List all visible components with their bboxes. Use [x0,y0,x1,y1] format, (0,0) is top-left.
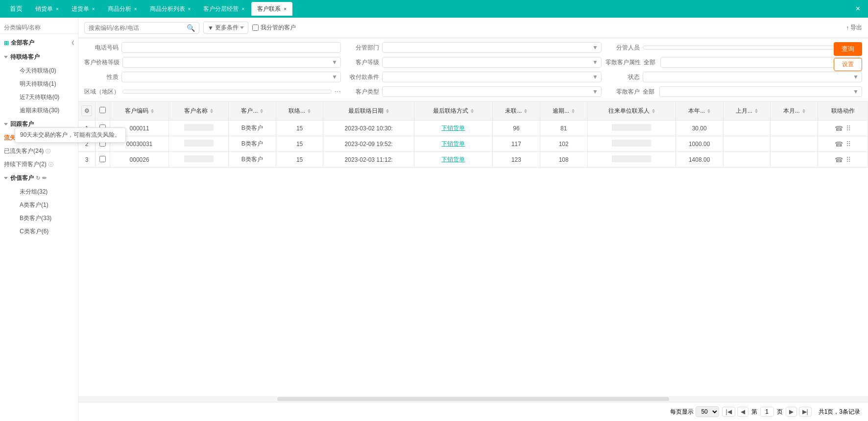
cell-action-2: ☎ ⠿ [818,152,868,168]
tab-close-purchase[interactable]: × [92,6,95,12]
th-checkbox[interactable] [96,101,110,121]
sidebar-collapse-btn[interactable]: 《 [69,40,74,47]
sidebar-section-value[interactable]: 价值客户 ↻ ✏ [0,171,78,185]
sidebar-item-7days[interactable]: 近7天待联络(0) [10,91,78,104]
cell-last-method-1[interactable]: 下销货单 [414,136,492,152]
search-input[interactable] [89,25,187,31]
contact-icon-2[interactable]: ☎ [835,156,843,164]
tab-close-customer-tier[interactable]: × [241,6,244,12]
contact-icon-1[interactable]: ☎ [835,140,843,148]
sidebar-item-class-a[interactable]: A类客户(1) [10,198,78,212]
refresh-icon[interactable]: ↻ [36,175,40,181]
dept-select-arrow: ▼ [592,44,598,51]
price-grade-select[interactable]: ▼ [122,57,341,68]
row-checkbox-2[interactable] [99,156,106,162]
cell-checkbox-2[interactable] [96,152,110,168]
sidebar-item-class-b[interactable]: B类客户(33) [10,212,78,225]
th-last-month[interactable]: 上月... [723,101,771,121]
phone-input[interactable] [121,42,341,53]
th-action: 联络动作 [818,101,868,121]
tab-close-customer-contact[interactable]: × [284,6,287,12]
last-method-link-1[interactable]: 下销货单 [441,140,465,147]
last-method-link-0[interactable]: 下销货单 [441,124,465,131]
type-sort [260,109,263,113]
customer-type-select[interactable]: ▼ [382,86,602,97]
sidebar-item-tomorrow[interactable]: 明天待联络(1) [10,77,78,91]
payment-select[interactable]: ▼ [382,72,602,82]
more-action-icon-2[interactable]: ⠿ [846,156,851,164]
first-page-btn[interactable]: |◀ [722,407,735,417]
more-conditions-btn[interactable]: ▼ 更多条件 [203,22,248,34]
tab-customer-tier[interactable]: 客户分层经营 × [197,2,250,16]
last-method-link-2[interactable]: 下销货单 [441,156,465,163]
retail-customer-select[interactable]: ▼ [659,86,862,97]
status-select[interactable]: ▼ [643,72,862,82]
th-this-year[interactable]: 本年... [675,101,723,121]
tab-close-sales[interactable]: × [56,6,59,12]
th-un-contact[interactable]: 未联... [493,101,540,121]
cell-overdue-2: 108 [540,152,587,168]
my-customer-checkbox[interactable] [252,25,259,31]
region-select[interactable] [122,90,332,94]
sidebar-item-churned[interactable]: 已流失客户(24) ⓘ [0,145,78,158]
th-contact[interactable]: 联络... [276,101,323,121]
th-last-contact-date[interactable]: 最后联络日期 [323,101,414,121]
sidebar-item-class-c[interactable]: C类客户(6) [10,225,78,238]
sidebar-item-ungrouped[interactable]: 未分组(32) [10,185,78,198]
tab-customer-contact[interactable]: 客户联系 × [251,2,292,16]
sidebar-search-input[interactable] [4,24,77,31]
tab-close-goods-analysis-list[interactable]: × [188,6,191,12]
more-action-icon-1[interactable]: ⠿ [846,140,851,148]
tab-goods-analysis[interactable]: 商品分析 × [102,2,143,16]
this-month-sort [802,109,805,113]
customer-grade-select[interactable]: ▼ [382,57,602,68]
query-button[interactable]: 查询 [834,42,862,56]
tab-home[interactable]: 首页 [4,2,28,16]
cell-action-1: ☎ ⠿ [818,136,868,152]
sidebar-item-overdue[interactable]: 逾期未联络(30) [10,104,78,117]
tab-close-goods-analysis[interactable]: × [134,6,137,12]
region-more-btn[interactable]: ··· [335,87,341,96]
tab-sales[interactable]: 销货单 × [29,2,65,16]
more-action-icon-0[interactable]: ⠿ [846,124,851,132]
chevron-down-icon [240,26,244,29]
sidebar-section-pending[interactable]: 待联络客户 [0,50,78,64]
export-icon: ↑ [846,25,849,31]
last-page-btn[interactable]: ▶| [799,407,812,417]
sidebar-item-declining[interactable]: 持续下滑客户(2) ⓘ [0,158,78,171]
per-page-select[interactable]: 50 [696,406,719,417]
retail-attr-select[interactable]: ▼ [660,57,862,68]
th-company-contact[interactable]: 往来单位联系人 [587,101,675,121]
sidebar-all-customers[interactable]: ⊞ 全部客户 《 [0,36,78,50]
th-name[interactable]: 客户名称 [169,101,229,121]
th-overdue[interactable]: 逾期... [540,101,587,121]
cell-last-method-2[interactable]: 下销货单 [414,152,492,168]
my-customer-checkbox-area[interactable]: 我分管的客户 [252,24,296,32]
page-number-input[interactable] [760,407,774,417]
tab-goods-analysis-list[interactable]: 商品分析列表 × [144,2,197,16]
nature-select[interactable]: ▼ [121,72,341,82]
manager-select[interactable] [643,46,853,50]
export-btn[interactable]: ↑ 导出 [846,24,862,32]
th-settings[interactable]: ⚙ [78,101,96,121]
action-icons-2: ☎ ⠿ [821,156,865,164]
next-page-btn[interactable]: ▶ [786,407,797,417]
sidebar-item-today[interactable]: 今天待联络(0) [10,64,78,77]
th-code[interactable]: 客户编码 [110,101,169,121]
prev-page-btn[interactable]: ◀ [737,407,748,417]
close-app-button[interactable]: × [852,2,864,15]
search-execute-icon[interactable]: 🔍 [187,24,195,32]
tab-purchase[interactable]: 进货单 × [66,2,101,16]
th-last-contact-method[interactable]: 最后联络方式 [414,101,492,121]
th-type[interactable]: 客户... [228,101,276,121]
settings-icon[interactable]: ⚙ [81,105,92,116]
contact-icon-0[interactable]: ☎ [835,124,843,132]
edit-icon[interactable]: ✏ [42,175,47,181]
th-this-month[interactable]: 本月... [771,101,818,121]
select-all-checkbox[interactable] [99,107,106,113]
filter-retail-customer: 零散客户 全部 ▼ [605,86,862,97]
setting-button[interactable]: 设置 [834,58,862,71]
cell-last-method-0[interactable]: 下销货单 [414,121,492,136]
name-sort [210,109,213,113]
dept-select[interactable]: ▼ [382,42,602,53]
